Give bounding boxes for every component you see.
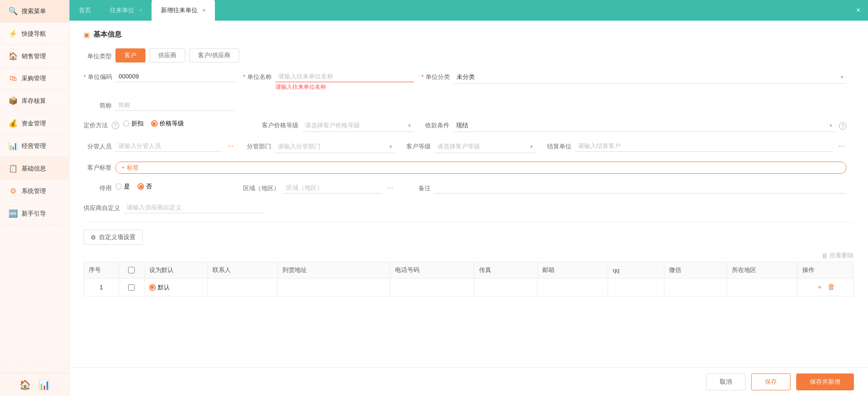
- settlement-input[interactable]: [575, 140, 833, 152]
- sidebar-item-basic-info[interactable]: 📋 基础信息: [0, 157, 69, 180]
- short-name-content: [115, 100, 236, 111]
- manager-inline-row: ···: [115, 140, 236, 152]
- code-input[interactable]: [116, 71, 236, 82]
- row-delete-icon[interactable]: 🗑: [826, 283, 837, 291]
- settings-gear-icon: ⚙: [91, 234, 96, 241]
- row-default-radio[interactable]: 默认: [149, 283, 203, 292]
- sidebar-chart-icon[interactable]: 📊: [38, 379, 50, 390]
- row-qq-input[interactable]: [613, 282, 659, 293]
- cell-contact[interactable]: [207, 279, 278, 296]
- type-btn-supplier[interactable]: 供应商: [149, 48, 185, 62]
- cancel-button[interactable]: 取消: [706, 373, 746, 390]
- payment-inline-row: 现结 ▾ ?: [453, 119, 846, 132]
- short-name-input[interactable]: [115, 100, 236, 111]
- region-field: 区域（地区） ···: [243, 182, 403, 194]
- manager-input[interactable]: [115, 140, 222, 152]
- short-name-row: 简称: [84, 100, 854, 111]
- cell-address[interactable]: [278, 279, 390, 296]
- sidebar-item-search[interactable]: 🔍 搜索菜单: [0, 0, 69, 23]
- category-content: 未分类 ▾: [454, 71, 846, 84]
- radio-no[interactable]: 否: [137, 182, 152, 191]
- tag-add-button[interactable]: + 标签: [115, 162, 846, 174]
- supplier-custom-input[interactable]: [124, 202, 264, 213]
- save-and-new-button[interactable]: 保存并新增: [796, 373, 854, 390]
- row-region-input[interactable]: [732, 282, 792, 293]
- row-phone-input[interactable]: [395, 282, 470, 293]
- customer-level-label: 客户等级: [403, 140, 431, 151]
- radio-yes-circle: [115, 183, 122, 190]
- cell-qq[interactable]: [608, 279, 664, 296]
- row-checkbox[interactable]: [128, 284, 135, 291]
- th-qq: qq: [608, 262, 664, 279]
- customer-level-select[interactable]: 请选择客户等级 ▾: [434, 140, 536, 153]
- customer-price-select[interactable]: 请选择客户价格等级 ▾: [302, 119, 414, 132]
- cell-email[interactable]: [538, 279, 608, 296]
- th-wechat: 微信: [664, 262, 727, 279]
- row-checkbox-wrap: [124, 284, 139, 291]
- name-input[interactable]: [275, 71, 414, 82]
- sidebar-item-sales[interactable]: 🏠 销售管理: [0, 45, 69, 68]
- dept-label: 分管部门: [243, 140, 271, 151]
- unit-type-row: 单位类型 客户 供应商 客户/供应商: [84, 48, 854, 62]
- type-btn-both[interactable]: 客户/供应商: [189, 48, 239, 62]
- region-more-btn[interactable]: ···: [385, 184, 395, 192]
- pricing-row: 定价方法 ? 折扣 价格等级 客户价格等级: [84, 119, 854, 132]
- tab-home[interactable]: 首页: [69, 0, 100, 21]
- batch-delete-button[interactable]: 🗑 批量删除: [822, 251, 854, 260]
- save-button[interactable]: 保存: [751, 373, 791, 390]
- sidebar-item-purchase[interactable]: 🛍 采购管理: [0, 68, 69, 90]
- category-select[interactable]: 未分类 ▾: [454, 71, 846, 84]
- row-contact-input[interactable]: [213, 282, 273, 293]
- cell-action: ＋ 🗑: [798, 279, 854, 296]
- settlement-content: ···: [575, 140, 846, 152]
- payment-select[interactable]: 现结 ▾: [453, 119, 835, 132]
- row-address-input[interactable]: [282, 282, 385, 293]
- sidebar-item-label: 采购管理: [22, 74, 46, 83]
- tab-new-contact[interactable]: 新增往来单位 ×: [152, 0, 215, 21]
- radio-price-level[interactable]: 价格等级: [151, 119, 184, 128]
- sidebar-item-operations[interactable]: 📊 经营管理: [0, 135, 69, 157]
- sidebar-item-guide[interactable]: 🆕 新手引导: [0, 202, 69, 225]
- custom-settings-button[interactable]: ⚙ 自定义项设置: [84, 230, 143, 245]
- cell-region[interactable]: [727, 279, 798, 296]
- dept-select[interactable]: 请输入分管部门 ▾: [275, 140, 395, 153]
- select-all-checkbox[interactable]: [128, 267, 135, 273]
- customer-level-field: 客户等级 请选择客户等级 ▾: [403, 140, 543, 153]
- tag-label: 客户标签: [84, 162, 112, 172]
- radio-yes[interactable]: 是: [115, 182, 130, 191]
- radio-discount[interactable]: 折扣: [123, 119, 144, 128]
- short-name-label: 简称: [84, 100, 112, 110]
- pricing-help-icon[interactable]: ?: [112, 122, 119, 129]
- sidebar-item-label: 销售管理: [22, 52, 46, 61]
- th-email: 邮箱: [538, 262, 608, 279]
- tab-contacts-close[interactable]: ×: [139, 7, 142, 14]
- sidebar-item-quick-nav[interactable]: ⚡ 快捷导航: [0, 23, 69, 45]
- settlement-more-btn[interactable]: ···: [837, 142, 846, 150]
- cell-fax[interactable]: [474, 279, 538, 296]
- sidebar-item-inventory[interactable]: 📦 库存核算: [0, 90, 69, 112]
- row-email-input[interactable]: [542, 282, 603, 293]
- type-btn-customer[interactable]: 客户: [115, 48, 145, 62]
- remark-input[interactable]: [434, 182, 846, 194]
- cell-phone[interactable]: [390, 279, 474, 296]
- tabs-close-all[interactable]: ×: [849, 0, 868, 21]
- sidebar-item-finance[interactable]: 💰 资金管理: [0, 112, 69, 135]
- row-fax-input[interactable]: [479, 282, 533, 293]
- section-header: ▣ 基本信息: [84, 30, 854, 39]
- home-icon: 🏠: [8, 52, 18, 61]
- tab-contacts[interactable]: 往来单位 ×: [100, 0, 152, 21]
- row-add-icon[interactable]: ＋: [815, 283, 825, 291]
- sidebar-item-label: 新手引导: [22, 210, 46, 218]
- code-name-category-row: 单位编码 单位名称 请输入往来单位名称 单位分类 未分类 ▾: [84, 71, 854, 91]
- sidebar-home-icon[interactable]: 🏠: [19, 379, 31, 390]
- tab-new-contact-close[interactable]: ×: [202, 7, 206, 14]
- region-input[interactable]: [283, 182, 381, 194]
- supplier-custom-label: 供应商自定义: [84, 202, 120, 212]
- payment-help-icon[interactable]: ?: [839, 122, 846, 130]
- manager-more-btn[interactable]: ···: [226, 142, 236, 150]
- code-content: [116, 71, 236, 82]
- sidebar-item-system[interactable]: ⚙ 系统管理: [0, 180, 69, 202]
- radio-discount-circle: [123, 120, 129, 127]
- cell-wechat[interactable]: [664, 279, 727, 296]
- row-wechat-input[interactable]: [669, 282, 723, 293]
